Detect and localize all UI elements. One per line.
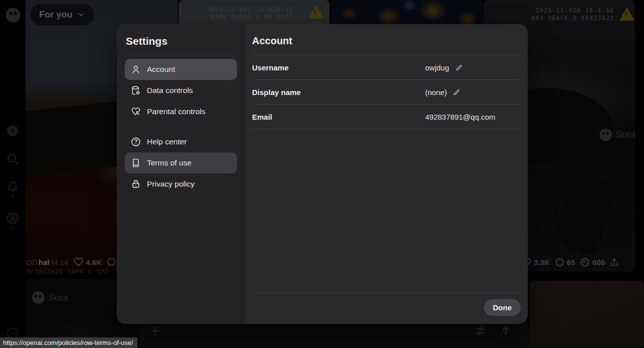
display-name-row: Display name (none) [252, 80, 521, 104]
edit-display-name-icon[interactable] [453, 89, 460, 96]
account-heading: Account [252, 35, 521, 47]
settings-nav-parental-controls[interactable]: Parental controls [125, 101, 237, 122]
settings-title: Settings [126, 35, 237, 47]
spacer [252, 129, 521, 293]
email-row: Email 492837891@qq.com [252, 105, 521, 129]
settings-nav-data-controls[interactable]: Data controls [125, 80, 237, 101]
display-name-label: Display name [252, 88, 301, 97]
lock-icon [131, 179, 141, 189]
email-value: 492837891@qq.com [425, 113, 496, 121]
question-circle-icon [131, 137, 141, 147]
nav-group-gap [125, 122, 237, 131]
link-status-bar: https://openai.com/policies/row-terms-of… [0, 337, 137, 348]
user-icon [131, 64, 141, 74]
divider [125, 54, 237, 55]
username-value: owjdug [425, 63, 449, 72]
settings-nav-panel: Settings Account Data controls Parental … [117, 24, 245, 324]
nav-label: Help center [147, 137, 187, 146]
edit-username-icon[interactable] [455, 64, 463, 71]
settings-nav-help-center[interactable]: Help center [125, 131, 237, 152]
nav-label: Privacy policy [147, 180, 195, 189]
settings-nav-account[interactable]: Account [125, 59, 237, 80]
username-row: Username owjdug [252, 55, 521, 79]
nav-label: Data controls [147, 86, 193, 95]
settings-nav-terms-of-use[interactable]: Terms of use [125, 152, 237, 173]
heart-user-icon [131, 107, 141, 117]
email-label: Email [252, 113, 272, 121]
settings-modal: Settings Account Data controls Parental … [117, 24, 528, 324]
nav-label: Account [147, 65, 175, 74]
nav-label: Parental controls [147, 107, 205, 116]
done-button[interactable]: Done [484, 299, 521, 316]
settings-content-panel: Account Username owjdug Display name (no… [245, 24, 528, 324]
settings-nav-privacy-policy[interactable]: Privacy policy [125, 173, 237, 195]
username-label: Username [252, 63, 289, 72]
nav-label: Terms of use [147, 158, 192, 167]
book-icon [131, 158, 141, 168]
display-name-value: (none) [425, 88, 447, 97]
database-icon [131, 85, 141, 96]
modal-footer: Done [252, 293, 521, 316]
